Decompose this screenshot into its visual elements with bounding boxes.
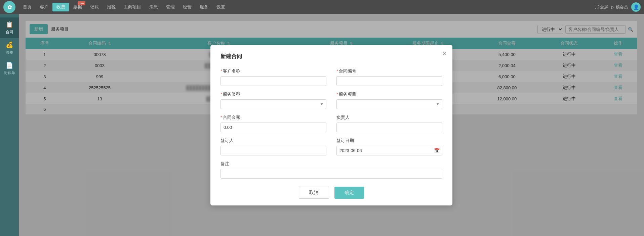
nav-bookkeeping[interactable]: 记账 bbox=[86, 3, 103, 11]
nav-messages[interactable]: 消息 bbox=[145, 3, 162, 11]
sign-date-label: 签订日期 bbox=[336, 138, 442, 144]
avatar[interactable]: 👤 bbox=[631, 2, 641, 12]
service-item-label: * 服务项目 bbox=[336, 91, 442, 97]
note-input[interactable] bbox=[220, 169, 442, 179]
nav-billing[interactable]: 收费 bbox=[52, 3, 69, 11]
customer-name-input[interactable] bbox=[220, 76, 326, 86]
fullscreen-icon: ⛶ bbox=[595, 5, 599, 9]
sign-date-field: 签订日期 📅 bbox=[336, 138, 442, 155]
modal-close-button[interactable]: ✕ bbox=[442, 50, 447, 57]
sign-date-wrap: 📅 bbox=[336, 146, 442, 155]
confirm-button[interactable]: 确定 bbox=[334, 187, 364, 199]
main-layout: 📋 合同 💰 收费 📄 对账单 新增 服务项目 进行中 已完成 已终止 bbox=[0, 14, 644, 236]
sidebar-item-statement[interactable]: 📄 对账单 bbox=[0, 58, 19, 79]
responsible-person-label: 负责人 bbox=[336, 114, 442, 121]
contract-icon: 📋 bbox=[6, 21, 13, 28]
member-button[interactable]: ▷ 畅会员 bbox=[611, 4, 628, 10]
form-grid: * 客户名称 * 合同编号 bbox=[220, 68, 442, 179]
sidebar-item-billing[interactable]: 💰 收费 bbox=[0, 38, 19, 58]
cancel-button[interactable]: 取消 bbox=[299, 187, 329, 199]
note-field: 备注 bbox=[220, 161, 442, 179]
new-contract-modal: 新建合同 ✕ * 客户名称 * 合 bbox=[210, 45, 452, 205]
sidebar: 📋 合同 💰 收费 📄 对账单 bbox=[0, 14, 19, 236]
service-type-label: * 服务类型 bbox=[220, 91, 326, 97]
modal-overlay: 新建合同 ✕ * 客户名称 * 合 bbox=[19, 14, 644, 236]
responsible-person-input[interactable] bbox=[336, 123, 442, 132]
nav-business[interactable]: 工商项目 bbox=[120, 3, 145, 11]
service-type-select[interactable] bbox=[220, 99, 326, 109]
service-type-field: * 服务类型 ▼ bbox=[220, 91, 326, 109]
responsible-person-field: 负责人 bbox=[336, 114, 442, 132]
contract-amount-label: * 合同金额 bbox=[220, 114, 326, 121]
nav-tax[interactable]: 报税 bbox=[103, 3, 120, 11]
signer-input[interactable] bbox=[220, 146, 326, 155]
service-type-select-wrap: ▼ bbox=[220, 99, 326, 109]
nav-home[interactable]: 首页 bbox=[19, 3, 36, 11]
customer-name-label: * 客户名称 bbox=[220, 68, 326, 74]
customer-name-field: * 客户名称 bbox=[220, 68, 326, 86]
top-navigation: ✿ 首页 客户 收费 票据 new 记账 报税 工商项目 消息 管理 经营 服务… bbox=[0, 0, 644, 14]
new-badge: new bbox=[78, 1, 85, 5]
nav-items: 首页 客户 收费 票据 new 记账 报税 工商项目 消息 管理 经营 服务 设… bbox=[19, 3, 595, 11]
nav-customer[interactable]: 客户 bbox=[36, 3, 52, 11]
modal-title: 新建合同 bbox=[220, 53, 442, 60]
billing-icon: 💰 bbox=[6, 41, 13, 49]
app-logo[interactable]: ✿ bbox=[3, 1, 15, 13]
modal-footer: 取消 确定 bbox=[220, 187, 442, 199]
service-item-select[interactable] bbox=[336, 99, 442, 109]
content-area: 新增 服务项目 进行中 已完成 已终止 🔍 序号 bbox=[19, 14, 644, 236]
nav-management[interactable]: 管理 bbox=[162, 3, 179, 11]
nav-operations[interactable]: 经营 bbox=[179, 3, 196, 11]
statement-icon: 📄 bbox=[6, 62, 13, 69]
signer-label: 签订人 bbox=[220, 138, 326, 144]
contract-amount-input[interactable] bbox=[220, 123, 326, 132]
sign-date-input[interactable] bbox=[336, 146, 442, 155]
contract-number-input[interactable] bbox=[336, 76, 442, 86]
sidebar-item-contract[interactable]: 📋 合同 bbox=[0, 17, 19, 38]
nav-settings[interactable]: 设置 bbox=[212, 3, 229, 11]
fullscreen-button[interactable]: ⛶ 全屏 bbox=[595, 4, 608, 10]
nav-right-actions: ⛶ 全屏 ▷ 畅会员 👤 bbox=[595, 2, 641, 12]
signer-field: 签订人 bbox=[220, 138, 326, 155]
calendar-icon[interactable]: 📅 bbox=[434, 148, 440, 153]
contract-number-label: * 合同编号 bbox=[336, 68, 442, 74]
service-item-select-wrap: ▼ bbox=[336, 99, 442, 109]
note-label: 备注 bbox=[220, 161, 442, 167]
contract-amount-field: * 合同金额 bbox=[220, 114, 326, 132]
nav-invoice[interactable]: 票据 new bbox=[69, 3, 86, 11]
play-icon: ▷ bbox=[611, 5, 614, 9]
nav-services[interactable]: 服务 bbox=[196, 3, 212, 11]
service-item-field: * 服务项目 ▼ bbox=[336, 91, 442, 109]
contract-number-field: * 合同编号 bbox=[336, 68, 442, 86]
